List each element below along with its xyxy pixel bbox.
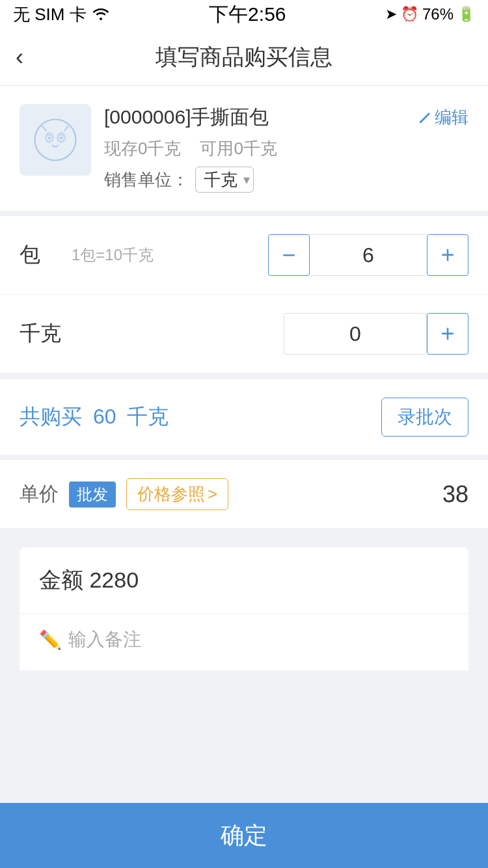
status-left: 无 SIM 卡 xyxy=(13,3,110,26)
content-area: [0000006]手撕面包 编辑 现存0千克 可用0千克 销售单位： 千克 ▾ xyxy=(0,86,488,803)
back-button[interactable]: ‹ xyxy=(16,44,23,71)
location-icon: ➤ xyxy=(385,6,397,23)
svg-point-0 xyxy=(35,120,76,161)
pencil-icon: ✏️ xyxy=(39,629,62,651)
amount-section: 金额 2280 ✏️ 输入备注 xyxy=(0,529,488,737)
product-thumbnail-icon xyxy=(33,117,78,163)
price-label: 单价 xyxy=(20,481,59,508)
bottom-space xyxy=(0,737,488,803)
pack-quantity-controls: − + xyxy=(268,234,468,276)
battery-icon: 🔋 xyxy=(457,6,475,23)
svg-point-6 xyxy=(60,137,62,139)
status-time: 下午2:56 xyxy=(209,1,286,28)
quantity-pack-row: 包 1包=10千克 − + xyxy=(0,216,488,295)
pack-label: 包 xyxy=(20,241,72,269)
wifi-icon xyxy=(92,5,110,25)
status-right: ➤ ⏰ 76% 🔋 xyxy=(385,5,475,23)
price-ref-arrow-icon: > xyxy=(208,484,217,504)
price-section: 单价 批发 价格参照 > 38 xyxy=(0,460,488,529)
kg-quantity-input[interactable] xyxy=(284,313,427,355)
remark-placeholder: 输入备注 xyxy=(68,627,141,652)
batch-button[interactable]: 录批次 xyxy=(381,398,468,437)
total-amount: 60 xyxy=(93,405,116,428)
amount-text: 金额 2280 xyxy=(39,567,139,592)
quantity-section: 包 1包=10千克 − + 千克 + xyxy=(0,216,488,374)
price-ref-button[interactable]: 价格参照 > xyxy=(126,478,228,510)
battery-text: 76% xyxy=(422,5,454,23)
svg-point-5 xyxy=(48,137,51,139)
product-stock: 现存0千克 可用0千克 xyxy=(104,137,468,160)
edit-icon xyxy=(418,111,432,125)
kg-quantity-controls: + xyxy=(284,313,468,355)
total-text: 共购买 60 千克 xyxy=(20,403,169,431)
unit-select-wrapper[interactable]: 千克 ▾ xyxy=(195,167,254,193)
alarm-icon: ⏰ xyxy=(401,6,418,23)
unit-select[interactable]: 千克 xyxy=(195,167,254,193)
remark-row[interactable]: ✏️ 输入备注 xyxy=(20,614,468,670)
product-image xyxy=(20,104,91,176)
price-value: 38 xyxy=(442,481,468,508)
product-card: [0000006]手撕面包 编辑 现存0千克 可用0千克 销售单位： 千克 ▾ xyxy=(0,86,488,216)
pack-hint: 1包=10千克 xyxy=(72,245,268,265)
page-title: 填写商品购买信息 xyxy=(156,42,332,72)
edit-button[interactable]: 编辑 xyxy=(418,106,468,129)
pack-plus-button[interactable]: + xyxy=(427,234,468,276)
product-full-name: [0000006]手撕面包 xyxy=(104,104,269,131)
product-unit-row: 销售单位： 千克 ▾ xyxy=(104,167,468,193)
product-name-row: [0000006]手撕面包 编辑 xyxy=(104,104,468,131)
pack-quantity-input[interactable] xyxy=(310,234,427,276)
product-info: [0000006]手撕面包 编辑 现存0千克 可用0千克 销售单位： 千克 ▾ xyxy=(104,104,468,193)
total-row: 共购买 60 千克 录批次 xyxy=(0,374,488,460)
price-type-tag: 批发 xyxy=(69,481,116,508)
kg-plus-button[interactable]: + xyxy=(427,313,468,355)
kg-label: 千克 xyxy=(20,319,72,348)
status-bar: 无 SIM 卡 下午2:56 ➤ ⏰ 76% 🔋 xyxy=(0,0,488,29)
nav-bar: ‹ 填写商品购买信息 xyxy=(0,29,488,86)
carrier-text: 无 SIM 卡 xyxy=(13,3,87,26)
pack-minus-button[interactable]: − xyxy=(268,234,310,276)
confirm-button[interactable]: 确定 xyxy=(0,803,488,868)
quantity-kg-row: 千克 + xyxy=(0,295,488,373)
amount-row: 金额 2280 xyxy=(20,547,468,614)
